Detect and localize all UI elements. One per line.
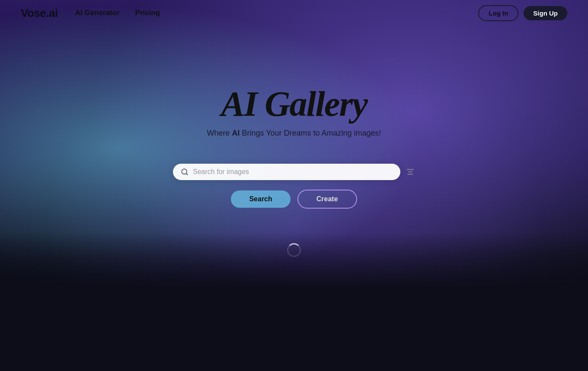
- subtitle-suffix: Brings Your Dreams to Amazing images!: [240, 129, 381, 137]
- search-input[interactable]: [193, 168, 393, 176]
- login-button[interactable]: Log In: [478, 5, 518, 21]
- search-box: [173, 164, 400, 180]
- subtitle-ai: AI: [232, 129, 240, 137]
- svg-line-1: [186, 173, 187, 174]
- hero-title: AI Gallery: [221, 86, 367, 122]
- search-row: [173, 164, 415, 180]
- subtitle-prefix: Where: [207, 129, 232, 137]
- signup-button[interactable]: Sign Up: [524, 6, 567, 20]
- nav-link-ai-generator[interactable]: AI Generator: [75, 9, 120, 17]
- nav-links: AI Generator Pricing: [75, 9, 160, 17]
- search-area: Search Create: [0, 164, 588, 209]
- nav-right: Log In Sign Up: [478, 5, 567, 21]
- loading-area: [0, 243, 588, 257]
- search-icon: [181, 168, 189, 176]
- nav-link-pricing[interactable]: Pricing: [135, 9, 160, 17]
- logo[interactable]: Vose.ai: [21, 6, 58, 20]
- search-button[interactable]: Search: [231, 190, 290, 208]
- filter-icon[interactable]: [406, 167, 415, 177]
- hero-subtitle: Where AI Brings Your Dreams to Amazing i…: [207, 129, 381, 138]
- search-buttons: Search Create: [231, 190, 357, 209]
- nav-left: Vose.ai AI Generator Pricing: [21, 6, 160, 20]
- create-button[interactable]: Create: [297, 190, 357, 209]
- loading-spinner: [287, 243, 301, 257]
- navbar: Vose.ai AI Generator Pricing Log In Sign…: [0, 0, 588, 26]
- hero-section: AI Gallery Where AI Brings Your Dreams t…: [0, 86, 588, 138]
